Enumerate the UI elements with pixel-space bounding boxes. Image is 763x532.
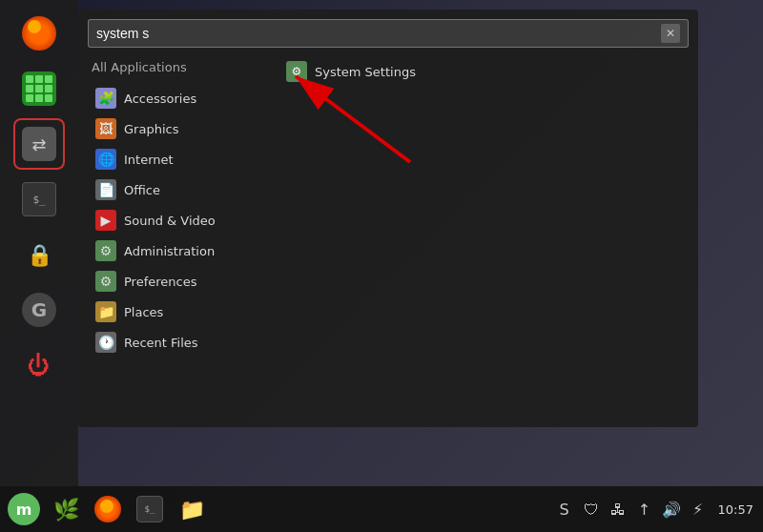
mint-logo-icon: m [8, 493, 40, 525]
search-input[interactable] [96, 26, 661, 41]
category-sound-video-label: Sound & Video [124, 214, 216, 228]
volume-icon[interactable]: 🔊 [661, 499, 682, 520]
taskbar-folder[interactable]: 📁 [172, 489, 212, 529]
dock-item-sync[interactable]: ⇄ [13, 118, 65, 170]
preferences-icon: ⚙ [95, 271, 116, 292]
category-recent-files[interactable]: 🕐 Recent Files [88, 327, 269, 358]
taskbar: m 🌿 $_ 📁 S 🛡 🖧 ↑ 🔊 ⚡ 10:57 [0, 486, 763, 532]
category-preferences[interactable]: ⚙ Preferences [88, 266, 269, 297]
categories-panel: All Applications 🧩 Accessories 🖼 Graphic… [78, 55, 269, 418]
category-sound-video[interactable]: ▶ Sound & Video [88, 205, 269, 235]
taskbar-firefox[interactable] [88, 489, 128, 529]
taskbar-terminal[interactable]: $_ [130, 489, 170, 529]
search-clear-button[interactable]: ✕ [661, 24, 680, 43]
category-accessories[interactable]: 🧩 Accessories [88, 83, 269, 113]
dock-item-firefox[interactable] [13, 8, 65, 59]
desktop: ⇄ $_ 🔒 G ⏻ ✕ All Applications [0, 0, 763, 532]
category-graphics[interactable]: 🖼 Graphics [88, 113, 269, 144]
menu-popup: ✕ All Applications 🧩 Accessories 🖼 Graph… [78, 10, 698, 427]
dock-item-power[interactable]: ⏻ [13, 339, 65, 391]
internet-icon: 🌐 [95, 149, 116, 170]
category-places[interactable]: 📁 Places [88, 297, 269, 327]
recent-files-icon: 🕐 [95, 332, 116, 353]
category-administration-label: Administration [124, 244, 215, 258]
category-administration[interactable]: ⚙ Administration [88, 235, 269, 266]
results-panel: ⚙ System Settings [269, 55, 698, 418]
result-system-settings[interactable]: ⚙ System Settings [278, 55, 689, 88]
taskbar-left: m 🌿 $_ 📁 [0, 489, 212, 529]
accessories-icon: 🧩 [95, 88, 116, 109]
taskbar-mint-logo[interactable]: m [4, 489, 44, 529]
taskbar-nemo[interactable]: 🌿 [46, 489, 86, 529]
dock-item-green-grid[interactable] [13, 63, 65, 114]
dock-item-g[interactable]: G [13, 284, 65, 336]
places-icon: 📁 [95, 301, 116, 322]
category-recent-files-label: Recent Files [124, 336, 198, 350]
category-all[interactable]: All Applications [88, 55, 269, 79]
taskbar-right: S 🛡 🖧 ↑ 🔊 ⚡ 10:57 [554, 499, 763, 520]
clock: 10:57 [714, 502, 753, 517]
graphics-icon: 🖼 [95, 118, 116, 139]
dock-item-lock[interactable]: 🔒 [13, 229, 65, 280]
skype-icon[interactable]: S [554, 499, 575, 520]
shield-icon[interactable]: 🛡 [581, 499, 602, 520]
category-accessories-label: Accessories [124, 92, 196, 106]
category-places-label: Places [124, 305, 163, 319]
dock: ⇄ $_ 🔒 G ⏻ [0, 0, 78, 486]
category-graphics-label: Graphics [124, 122, 178, 136]
category-internet-label: Internet [124, 153, 174, 167]
category-office[interactable]: 📄 Office [88, 174, 269, 205]
dock-item-terminal[interactable]: $_ [13, 174, 65, 225]
battery-icon[interactable]: ⚡ [688, 499, 709, 520]
office-icon: 📄 [95, 179, 116, 200]
administration-icon: ⚙ [95, 240, 116, 261]
category-internet[interactable]: 🌐 Internet [88, 144, 269, 174]
result-system-settings-label: System Settings [315, 65, 416, 79]
search-bar: ✕ [88, 19, 689, 48]
category-preferences-label: Preferences [124, 275, 196, 289]
sound-video-icon: ▶ [95, 210, 116, 231]
system-settings-icon: ⚙ [286, 61, 307, 82]
category-all-label: All Applications [92, 60, 187, 74]
menu-body: All Applications 🧩 Accessories 🖼 Graphic… [78, 55, 698, 418]
upload-icon[interactable]: ↑ [634, 499, 655, 520]
category-office-label: Office [124, 183, 160, 197]
network-icon[interactable]: 🖧 [608, 499, 629, 520]
